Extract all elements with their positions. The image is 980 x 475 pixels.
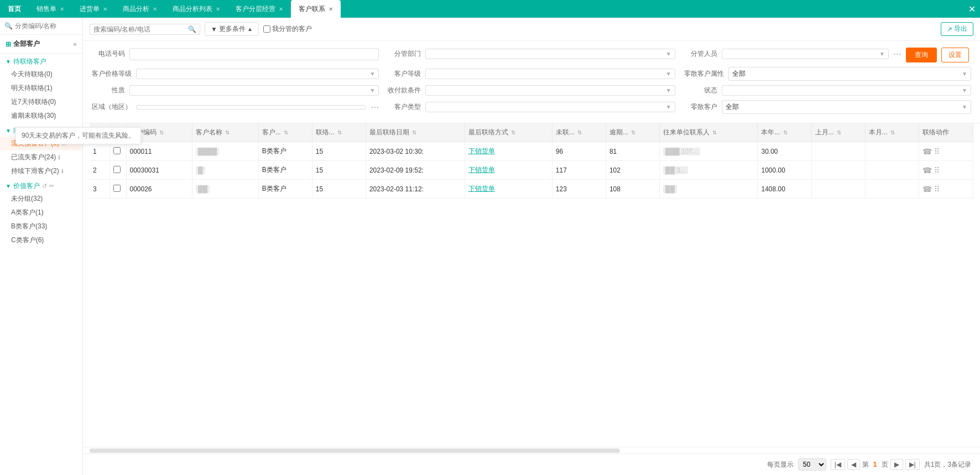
tab-customer-tier[interactable]: 客户分层经营 ✕ [228,0,291,18]
tab-customer-contact[interactable]: 客户联系 ✕ [291,0,341,18]
sidebar-root-label: 全部客户 [13,39,40,49]
sidebar-search-input[interactable] [15,22,78,30]
table-row: 3 000026 ██ B类客户 15 2023-02-03 11:12: 下销… [90,180,973,199]
cell-last-method[interactable]: 下销货单 [465,142,552,161]
sidebar-collapse-icon[interactable]: « [73,40,77,48]
sidebar-search-icon: 🔍 [4,22,13,30]
cell-contact-person: ███ 107... [659,142,758,161]
filter-customer-grade-select[interactable]: ▼ [425,69,675,79]
horizontal-scrollbar[interactable] [83,447,980,453]
tab-close-customer-tier[interactable]: ✕ [279,6,283,12]
cell-last-method[interactable]: 下销货单 [465,161,552,180]
settings-button[interactable]: 设置 [941,48,969,62]
tab-goods-analysis-list[interactable]: 商品分析列表 ✕ [165,0,228,18]
filter-customer-grade-label: 客户等级 [388,69,421,79]
sort-this-year[interactable]: ⇅ [783,129,788,135]
sidebar-group-value[interactable]: ▼ 价值客户 ↺ ✏ [0,178,82,192]
first-page-button[interactable]: |◀ [831,459,845,470]
group-label-pending: 待联络客户 [13,57,46,66]
cell-name: █ [192,161,259,180]
filter-casual-attr-select[interactable]: 全部 ▼ [728,67,971,81]
sidebar-item-declining[interactable]: 持续下滑客户(2) ℹ [0,164,82,178]
search-input[interactable] [93,25,188,33]
sort-name[interactable]: ⇅ [225,129,230,135]
sort-overdue[interactable]: ⇅ [631,129,635,135]
sort-code[interactable]: ⇅ [159,129,164,135]
sort-contact-person[interactable]: ⇅ [712,129,717,135]
cell-seq: 3 [90,180,110,199]
action-phone-icon[interactable]: ☎ [922,185,932,194]
tooltip-box: 90天未交易的客户，可能有流失风险。 [15,127,83,144]
query-button[interactable]: 查询 [906,48,937,62]
filter-nature-select[interactable]: ▼ [129,85,379,96]
cell-checkbox[interactable] [110,142,126,161]
sidebar-item-tomorrow-pending[interactable]: 明天待联络(1) [0,81,82,95]
next-page-button[interactable]: ▶ [890,459,903,470]
value-edit-icon[interactable]: ✏ [49,182,54,190]
filter-dept-select[interactable]: ▼ [425,49,675,59]
sidebar-item-week-pending[interactable]: 近7天待联络(0) [0,95,82,109]
sidebar-item-overdue-contact[interactable]: 逾期未联络(30) [0,109,82,123]
tab-home[interactable]: 首页 [0,0,29,18]
cell-checkbox[interactable] [110,180,126,199]
sort-type[interactable]: ⇅ [284,129,288,135]
cell-name: ██ [192,180,259,199]
tab-goods-analysis[interactable]: 商品分析 ✕ [115,0,165,18]
filter-payment-select[interactable]: ▼ [425,85,675,96]
sidebar-group-pending[interactable]: ▼ 待联络客户 [0,54,82,67]
tooltip-text: 90天未交易的客户，可能有流失风险。 [22,132,83,139]
tab-close-customer-contact[interactable]: ✕ [329,6,333,12]
sidebar-item-b-class[interactable]: B类客户(33) [0,220,82,233]
export-button[interactable]: ↗ 导出 [941,22,973,36]
toolbar-search-icon[interactable]: 🔍 [188,25,196,33]
sort-last-method[interactable]: ⇅ [511,129,515,135]
sort-last-date[interactable]: ⇅ [412,129,416,135]
filter-manager-select[interactable]: ▼ [722,49,889,59]
action-more-icon[interactable]: ⠿ [934,166,940,175]
sidebar-item-ungroup[interactable]: 未分组(32) [0,192,82,206]
prev-page-button[interactable]: ◀ [847,459,860,470]
action-more-icon[interactable]: ⠿ [934,147,940,156]
sort-this-month[interactable]: ⇅ [890,129,895,135]
filter-region-label: 区域（地区） [92,102,132,112]
more-conditions-button[interactable]: ▼ 更多条件 ▲ [205,22,259,36]
cell-checkbox[interactable] [110,161,126,180]
action-more-icon[interactable]: ⠿ [934,185,940,194]
my-customers-checkbox[interactable] [263,25,270,33]
sort-last-month[interactable]: ⇅ [837,129,841,135]
row-checkbox-2[interactable] [113,185,121,192]
cell-last-method[interactable]: 下销货单 [465,180,552,199]
action-phone-icon[interactable]: ☎ [922,166,932,175]
filter-region-more[interactable]: ··· [371,101,379,113]
tab-close-goods-analysis-list[interactable]: ✕ [216,6,220,12]
filter-casual-customer-label: 零散客户 [684,102,717,112]
col-last-date: 最后联络日期 ⇅ [366,123,465,142]
sidebar-item-churned[interactable]: 已流失客户(24) ℹ [0,150,82,164]
row-checkbox-0[interactable] [113,147,121,154]
sidebar-item-a-class[interactable]: A类客户(1) [0,206,82,220]
filter-region-select[interactable] [136,105,366,109]
filter-phone-input[interactable] [129,48,379,60]
tab-purchase[interactable]: 进货单 ✕ [72,0,115,18]
sidebar-item-c-class[interactable]: C类客户(6) [0,233,82,247]
sort-not-contact[interactable]: ⇅ [577,129,582,135]
per-page-select[interactable]: 50 100 200 [798,458,826,471]
last-page-button[interactable]: ▶| [905,459,920,470]
tab-close-goods-analysis[interactable]: ✕ [153,6,157,12]
filter-status-select[interactable]: ▼ [722,85,971,96]
my-customers-checkbox-label[interactable]: 我分管的客户 [263,24,312,34]
action-phone-icon[interactable]: ☎ [922,147,932,156]
tab-close-purchase[interactable]: ✕ [103,6,107,12]
value-refresh-icon[interactable]: ↺ [42,182,47,190]
row-checkbox-1[interactable] [113,166,121,173]
status-arrow: ▼ [962,87,967,93]
tab-sales[interactable]: 销售单 ✕ [29,0,72,18]
filter-customer-type-select[interactable]: ▼ [425,102,675,112]
sort-contact-count[interactable]: ⇅ [337,129,342,135]
filter-manager-more[interactable]: ··· [893,48,901,60]
tab-close-sales[interactable]: ✕ [60,6,64,12]
filter-casual-customer-select[interactable]: 全部 ▼ [722,100,971,114]
filter-price-grade-select[interactable]: ▼ [136,69,379,79]
sidebar-item-today-pending[interactable]: 今天待联络(0) [0,67,82,81]
close-all-button[interactable]: ✕ [968,4,976,14]
